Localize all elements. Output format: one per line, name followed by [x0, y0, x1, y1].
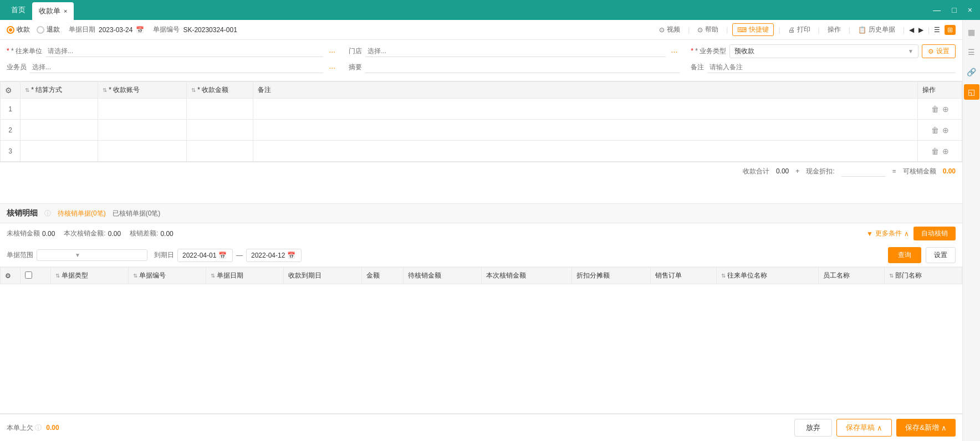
row-note-1[interactable] — [253, 99, 918, 120]
right-sidebar: ▦ ☰ 🔗 ◱ — [962, 20, 980, 441]
store-more-btn[interactable]: ··· — [669, 47, 680, 56]
staff-more-btn[interactable]: ··· — [326, 63, 338, 72]
summary-label: 摘要 — [349, 63, 362, 72]
calendar-icon[interactable]: 📅 — [136, 26, 144, 34]
staff-label: 业务员 — [7, 63, 27, 72]
th-checkbox: ⚙ — [1, 268, 21, 284]
copy-icon-2[interactable]: ⊕ — [942, 126, 949, 135]
window-controls: — □ × — [930, 4, 976, 16]
radio-receipt[interactable]: 收款 — [7, 25, 30, 34]
row-note-3[interactable] — [253, 141, 918, 162]
maximize-btn[interactable]: □ — [948, 4, 959, 16]
date-value: 2023-03-24 — [99, 26, 132, 34]
counterparty-more-btn[interactable]: ··· — [326, 47, 338, 56]
table-row: 1 🗑 ⊕ — [1, 99, 962, 120]
th-settle: ⇅ * 结算方式 — [21, 82, 98, 99]
layout-list-icon[interactable]: ☰ — [934, 26, 940, 34]
due-date-field: 到期日 2022-04-01 📅 — 2022-04-12 📅 — [154, 249, 302, 262]
sidebar-icon-3[interactable]: 🔗 — [964, 64, 979, 80]
more-conditions-btn[interactable]: ▼ 更多条件 ∧ — [866, 229, 909, 238]
date-to-input[interactable]: 2022-04-12 📅 — [246, 249, 302, 262]
date-from-input[interactable]: 2022-04-01 📅 — [177, 249, 233, 262]
verified-tab[interactable]: 已核销单据(0笔) — [113, 209, 161, 218]
tab-receipt[interactable]: 收款单 × — [32, 2, 74, 20]
table-gear-icon-2[interactable]: ⚙ — [5, 272, 11, 280]
th-due-date: 收款到期日 — [283, 268, 361, 284]
video-btn[interactable]: ⊙ 视频 — [656, 24, 683, 35]
row-num-3: 3 — [1, 141, 21, 162]
row-amount-2[interactable] — [187, 120, 253, 141]
settings-btn[interactable]: ⚙ 设置 — [922, 44, 956, 58]
select-all-checkbox[interactable] — [25, 271, 32, 279]
sub-toolbar: 未核销金额 0.00 本次核销金额: 0.00 核销差额: 0.00 ▼ 更多条… — [0, 223, 962, 244]
remark-label: 备注 — [691, 63, 704, 72]
shortcut-btn[interactable]: ⌨ 快捷键 — [732, 23, 774, 36]
calendar-from-icon[interactable]: 📅 — [218, 252, 227, 259]
th-sales-order: 销售订单 — [650, 268, 716, 284]
layout-grid-icon[interactable]: ⊞ — [945, 25, 956, 35]
pending-tab[interactable]: 待核销单据(0笔) — [58, 209, 106, 218]
footer-label: 本单上欠 ⓘ — [7, 423, 42, 433]
table-row: 2 🗑 ⊕ — [1, 120, 962, 141]
th-note: 备注 — [253, 82, 918, 99]
nav-left-icon[interactable]: ◀ — [909, 26, 914, 34]
query-btn[interactable]: 查询 — [888, 247, 921, 263]
filter-actions: 查询 设置 — [888, 247, 956, 263]
sidebar-icon-1[interactable]: ▦ — [964, 24, 979, 40]
delete-icon-3[interactable]: 🗑 — [931, 147, 939, 156]
footer: 本单上欠 ⓘ 0.00 放弃 保存草稿 ∧ 保存&新增 ∧ — [0, 413, 962, 441]
th-pending-amount: 待核销金额 — [404, 268, 482, 284]
copy-icon-1[interactable]: ⊕ — [942, 105, 949, 114]
table-gear-icon[interactable]: ⚙ — [5, 86, 12, 95]
tab-close-icon[interactable]: × — [64, 8, 67, 14]
row-account-3[interactable] — [98, 141, 187, 162]
info-circle-icon: ⓘ — [35, 424, 42, 432]
row-account-2[interactable] — [98, 120, 187, 141]
info-icon[interactable]: ⓘ — [44, 209, 51, 218]
minimize-btn[interactable]: — — [930, 4, 944, 16]
counterparty-input[interactable] — [45, 45, 323, 57]
save-draft-btn[interactable]: 保存草稿 ∧ — [836, 419, 892, 437]
staff-input[interactable] — [30, 61, 323, 73]
operation-btn[interactable]: 操作 — [824, 24, 844, 35]
th-bill-number: ⇅ 单据编号 — [128, 268, 206, 284]
number-value: SK-20230324-001 — [183, 26, 237, 34]
row-settle-1[interactable] — [21, 99, 98, 120]
shortcut-icon: ⌨ — [737, 26, 747, 34]
history-btn[interactable]: 📋 历史单据 — [855, 24, 899, 35]
set-btn[interactable]: 设置 — [926, 247, 956, 263]
row-settle-2[interactable] — [21, 120, 98, 141]
nav-right-icon[interactable]: ▶ — [918, 26, 923, 34]
sidebar-icon-2[interactable]: ☰ — [964, 44, 979, 60]
row-num-2: 2 — [1, 120, 21, 141]
row-settle-3[interactable] — [21, 141, 98, 162]
chevron-down-icon: ▼ — [908, 48, 913, 54]
row-amount-3[interactable] — [187, 141, 253, 162]
radio-refund[interactable]: 退款 — [37, 25, 60, 34]
store-input[interactable] — [365, 45, 665, 57]
copy-icon-3[interactable]: ⊕ — [942, 147, 949, 156]
auto-verify-btn[interactable]: 自动核销 — [913, 227, 956, 240]
row-amount-1[interactable] — [187, 99, 253, 120]
sidebar-icon-4[interactable]: ◱ — [964, 84, 979, 100]
row-account-1[interactable] — [98, 99, 187, 120]
save-new-btn[interactable]: 保存&新增 ∧ — [896, 419, 956, 437]
tab-home[interactable]: 首页 — [4, 0, 32, 20]
table-row: 3 🗑 ⊕ — [1, 141, 962, 162]
row-note-2[interactable] — [253, 120, 918, 141]
close-btn[interactable]: × — [964, 4, 976, 16]
calendar-to-icon[interactable]: 📅 — [287, 252, 295, 259]
biz-type-select[interactable]: 预收款 ▼ — [729, 44, 918, 58]
delete-icon-1[interactable]: 🗑 — [931, 105, 939, 114]
range-select[interactable]: ▼ — [37, 249, 147, 261]
delete-icon-2[interactable]: 🗑 — [931, 126, 939, 135]
summary-input[interactable] — [365, 61, 680, 73]
print-btn[interactable]: 🖨 打印 — [785, 24, 814, 35]
discount-input[interactable] — [841, 166, 886, 177]
filter-icon: ▼ — [866, 230, 873, 238]
row-action-1: 🗑 ⊕ — [918, 99, 962, 120]
remark-input[interactable] — [707, 61, 956, 73]
abandon-btn[interactable]: 放弃 — [794, 419, 832, 437]
staff-field: 业务员 ··· — [7, 61, 338, 73]
help-btn[interactable]: ⊙ 帮助 — [694, 24, 722, 35]
